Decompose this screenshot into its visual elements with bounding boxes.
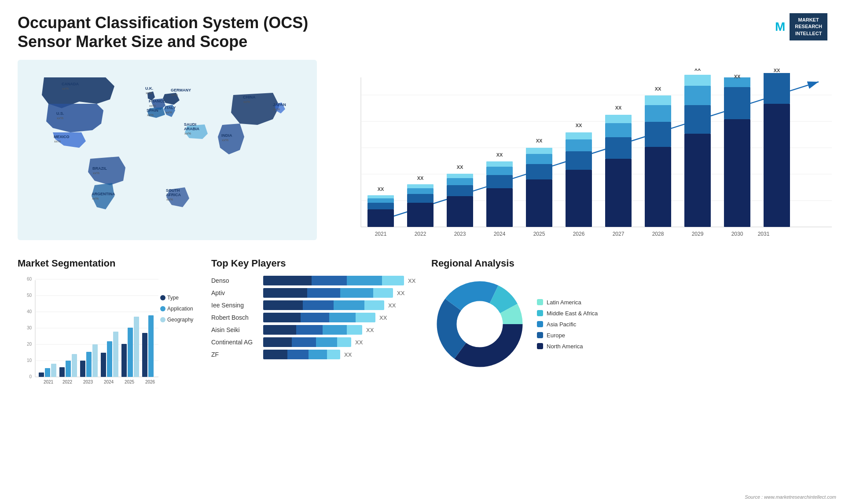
player-bar-iee <box>263 300 384 310</box>
svg-text:2023: 2023 <box>83 380 93 384</box>
svg-text:XX: XX <box>536 138 543 143</box>
svg-rect-46 <box>486 175 513 188</box>
svg-rect-127 <box>142 333 147 377</box>
player-value-continental: XX <box>355 339 363 346</box>
svg-rect-63 <box>605 159 632 227</box>
spain-label: SPAIN <box>147 108 158 113</box>
svg-point-130 <box>160 295 165 300</box>
svg-text:xx%: xx% <box>62 87 69 91</box>
page-title: Occupant Classification System (OCS) Sen… <box>18 13 326 51</box>
svg-text:XX: XX <box>576 123 582 128</box>
player-value-denso: XX <box>408 278 415 284</box>
regional-legend: Latin America Middle East & Africa Asia … <box>537 299 598 350</box>
svg-text:2031: 2031 <box>758 231 770 237</box>
svg-rect-39 <box>447 196 473 227</box>
players-list: Denso XX Aptiv <box>211 276 422 359</box>
donut-chart <box>431 276 528 373</box>
player-row-iee: Iee Sensing XX <box>211 300 422 310</box>
player-name-aisin: Aisin Seiki <box>211 326 260 333</box>
china-label: CHINA <box>243 95 256 99</box>
italy-label: ITALY <box>165 106 176 110</box>
europe-color <box>537 332 543 338</box>
svg-rect-109 <box>51 364 56 377</box>
svg-text:xx%: xx% <box>222 138 228 142</box>
player-row-aptiv: Aptiv XX <box>211 288 422 298</box>
svg-text:xx%: xx% <box>147 113 154 117</box>
svg-text:Type: Type <box>167 295 179 301</box>
legend-latin-america: Latin America <box>537 299 598 306</box>
svg-rect-36 <box>407 184 434 188</box>
us-label: U.S. <box>56 111 64 116</box>
growth-bar-chart: XX 2021 XX 2022 XX 2023 <box>334 69 841 253</box>
player-bar-container-continental: XX <box>263 337 422 347</box>
svg-text:2021: 2021 <box>375 231 387 237</box>
svg-text:2024: 2024 <box>494 231 506 237</box>
svg-text:XX: XX <box>417 175 424 181</box>
svg-text:XX: XX <box>655 86 661 91</box>
svg-text:2021: 2021 <box>44 380 54 384</box>
player-name-denso: Denso <box>211 277 260 284</box>
svg-text:xx%: xx% <box>273 107 280 111</box>
svg-rect-108 <box>45 368 50 377</box>
player-bar-bosch <box>263 313 375 322</box>
svg-rect-40 <box>447 185 473 196</box>
player-value-zf: XX <box>344 351 352 358</box>
svg-text:xx%: xx% <box>146 91 152 95</box>
svg-text:XX: XX <box>734 74 741 79</box>
svg-rect-53 <box>526 154 552 164</box>
svg-point-134 <box>160 317 165 322</box>
regional-section: Regional Analysis <box>431 258 845 390</box>
svg-rect-27 <box>367 209 394 227</box>
player-bar-container-aisin: XX <box>263 325 422 335</box>
player-bar-container-iee: XX <box>263 300 422 310</box>
svg-text:XX: XX <box>496 152 503 157</box>
player-value-iee: XX <box>388 302 396 309</box>
svg-text:xx%: xx% <box>92 197 99 201</box>
svg-text:0: 0 <box>29 374 32 379</box>
svg-rect-57 <box>566 170 592 227</box>
player-bar-container-bosch: XX <box>263 313 422 322</box>
svg-text:2026: 2026 <box>145 380 155 384</box>
svg-text:Geography: Geography <box>167 317 193 323</box>
player-name-continental: Continental AG <box>211 339 260 346</box>
svg-rect-30 <box>367 195 394 198</box>
player-bar-container-aptiv: XX <box>263 288 422 298</box>
svg-text:XX: XX <box>694 69 701 72</box>
france-label: FRANCE <box>149 99 165 103</box>
asia-pacific-label: Asia Pacific <box>547 321 576 328</box>
svg-rect-72 <box>645 95 671 105</box>
svg-rect-69 <box>645 147 671 227</box>
players-section: Top Key Players Denso XX <box>211 258 422 390</box>
player-value-bosch: XX <box>379 314 387 321</box>
player-value-aptiv: XX <box>397 290 404 296</box>
svg-text:ARABIA: ARABIA <box>184 127 199 131</box>
brazil-label: BRAZIL <box>92 166 107 171</box>
player-bar-aptiv <box>263 288 393 298</box>
svg-rect-58 <box>566 151 592 170</box>
players-title: Top Key Players <box>211 258 422 269</box>
svg-rect-59 <box>566 139 592 151</box>
world-map: CANADA xx% U.S. xx% MEXICO xx% BRAZIL xx… <box>18 60 317 240</box>
svg-text:60: 60 <box>27 277 32 281</box>
regional-title: Regional Analysis <box>431 258 845 269</box>
player-row-aisin: Aisin Seiki XX <box>211 325 422 335</box>
svg-rect-128 <box>148 315 154 377</box>
logo-area: M MARKET RESEARCH INTELLECT <box>775 13 827 40</box>
svg-text:xx%: xx% <box>149 104 156 108</box>
svg-text:2022: 2022 <box>415 231 426 237</box>
svg-rect-81 <box>724 119 750 227</box>
player-row-continental: Continental AG XX <box>211 337 422 347</box>
player-bar-container-zf: XX <box>263 350 422 359</box>
seg-chart-area: 0 10 20 30 40 50 60 <box>18 276 202 390</box>
svg-rect-113 <box>72 354 77 377</box>
svg-text:2025: 2025 <box>125 380 135 384</box>
svg-rect-51 <box>526 179 552 227</box>
india-label: INDIA <box>221 133 232 138</box>
asia-pacific-color <box>537 321 543 327</box>
svg-rect-35 <box>407 188 434 194</box>
logo-text: MARKET RESEARCH INTELLECT <box>790 13 827 40</box>
svg-rect-117 <box>92 344 98 377</box>
svg-rect-33 <box>407 203 434 227</box>
legend-mea: Middle East & Africa <box>537 310 598 317</box>
svg-rect-76 <box>684 105 711 134</box>
